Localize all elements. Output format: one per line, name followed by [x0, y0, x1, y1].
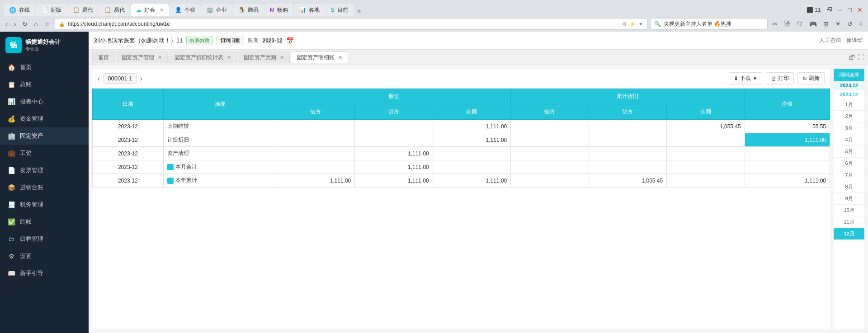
tab-asset-detail[interactable]: 固定资产明细账 ✕ [291, 52, 348, 63]
scissors-icon[interactable]: ✂ [770, 19, 779, 28]
payroll-icon: 💼 [7, 149, 15, 157]
sidebar-item-stock[interactable]: 📦 进销台账 [0, 179, 89, 196]
month-item-2[interactable]: 2月 [834, 111, 864, 122]
browser-tab-3[interactable]: 📋 易代 [67, 4, 99, 16]
table-row: 2023-12 计提折旧 1,111.00 1,111.00 [93, 133, 830, 147]
tab-cat-close[interactable]: ✕ [280, 55, 284, 61]
translate-button[interactable]: 译 [782, 19, 792, 29]
tab-home[interactable]: 首页 [92, 52, 115, 63]
ssl-icon: 🔒 [59, 21, 65, 27]
shield-button[interactable]: 🛡 [795, 19, 805, 28]
tab-label-9: 畅购 [277, 6, 288, 14]
sidebar-label-home: 首页 [20, 63, 32, 71]
sidebar-label-payroll: 工资 [20, 149, 32, 157]
month-item-1[interactable]: 1月 [834, 99, 864, 111]
browser-tab-2[interactable]: 📄 新版 [36, 4, 67, 16]
cell-orig-credit [355, 120, 433, 133]
sidebar-item-archive[interactable]: 🗂 归档管理 [0, 230, 89, 248]
cell-acc-debit [511, 120, 589, 133]
print-button[interactable]: 🖨 打印 [766, 72, 794, 84]
month-item-3[interactable]: 3月 [834, 122, 864, 134]
tab-label-4: 易代 [114, 6, 125, 14]
browser-tab-4[interactable]: 📋 易代 [99, 4, 130, 16]
sidebar-item-home[interactable]: 🏠 首页 [0, 59, 89, 76]
maximize-button[interactable]: □ [846, 5, 854, 14]
brightness-button[interactable]: ☀ [833, 19, 843, 28]
sidebar-label-assets: 固定资产 [20, 132, 43, 140]
restore-panel-button[interactable]: 🗗 [849, 54, 855, 61]
tab-detail-close[interactable]: ✕ [338, 55, 342, 61]
browser-tab-11[interactable]: S 目前 [326, 4, 354, 16]
close-window-button[interactable]: ✕ [855, 5, 864, 14]
browser-tab-1[interactable]: 🌐 在线 [4, 4, 35, 16]
sidebar-item-tax[interactable]: 🧾 税务管理 [0, 196, 89, 213]
browser-tab-6[interactable]: 👤 个税 [170, 4, 201, 16]
month-item-12[interactable]: 12月 [834, 228, 864, 240]
bookmark-button[interactable]: ☆ [42, 19, 52, 28]
reload-button[interactable]: ↻ [20, 19, 29, 28]
sidebar-item-ledger[interactable]: 📋 总账 [0, 76, 89, 93]
minimize-button[interactable]: ─ [836, 5, 844, 14]
tab-dep-table-close[interactable]: ✕ [227, 55, 231, 61]
next-record-button[interactable]: › [140, 75, 142, 83]
tab-asset-mgmt-close[interactable]: ✕ [158, 55, 162, 61]
forward-button[interactable]: › [12, 19, 18, 28]
sidebar-item-funds[interactable]: 💰 资金管理 [0, 110, 89, 127]
month-item-5[interactable]: 5月 [834, 146, 864, 158]
undo-button[interactable]: ↺ [845, 19, 854, 28]
browser-tab-9[interactable]: M 畅购 [264, 4, 293, 16]
tab-overflow-button[interactable]: ⬛ 11 [805, 6, 823, 14]
tab-asset-category[interactable]: 固定资产类别 ✕ [238, 52, 290, 63]
cell-acc-balance [667, 147, 745, 160]
tab-asset-mgmt[interactable]: 固定资产管理 ✕ [116, 52, 168, 63]
period-year-2[interactable]: 2023.12 [834, 90, 864, 99]
restore-window-button[interactable]: 🗗 [825, 5, 835, 14]
logo-subtitle: 专业版 [25, 46, 61, 52]
menu-button[interactable]: ≡ [857, 19, 864, 28]
download-button[interactable]: ⬇ 下载 ▼ [729, 72, 762, 84]
maximize-panel-button[interactable]: ⛶ [858, 54, 864, 61]
sidebar-item-assets[interactable]: 🏢 固定资产 [0, 127, 89, 145]
month-item-8[interactable]: 8月 [834, 181, 864, 193]
prev-record-button[interactable]: ‹ [98, 75, 100, 83]
month-item-11[interactable]: 11月 [834, 216, 864, 228]
tab-label-3: 易代 [82, 6, 93, 14]
version-switch-button[interactable]: 切到旧版 [216, 36, 244, 45]
sidebar-item-settings[interactable]: ⚙ 设置 [0, 248, 89, 265]
browser-tab-5[interactable]: ☁ 好会 ✕ [131, 4, 169, 16]
month-item-7[interactable]: 7月 [834, 169, 864, 181]
sidebar-label-tax: 税务管理 [20, 201, 43, 209]
cell-summary: 本月合计 [163, 160, 277, 174]
sidebar-item-reports[interactable]: 📊 报表中心 [0, 93, 89, 110]
month-item-4[interactable]: 4月 [834, 134, 864, 146]
user-name[interactable]: 徐译华 [846, 37, 863, 44]
calendar-icon[interactable]: 📅 [286, 37, 294, 44]
search-text[interactable]: 央视更新主持人名单 🔥热搜 [664, 20, 731, 28]
grid-button[interactable]: ⊞ [821, 19, 830, 28]
back-button[interactable]: ‹ [4, 19, 9, 28]
cell-summary: 资产清理 [163, 147, 277, 160]
tab-close-5[interactable]: ✕ [160, 7, 164, 13]
new-tab-button[interactable]: + [354, 7, 364, 16]
support-btn[interactable]: 人工咨询 [819, 37, 841, 44]
browser-tab-7[interactable]: 🏢 企业 [201, 4, 232, 16]
tab-depreciation-table[interactable]: 固定资产折旧统计表 ✕ [169, 52, 237, 63]
sidebar-item-invoice[interactable]: 📄 发票管理 [0, 162, 89, 179]
browser-tab-8[interactable]: 🐧 腾讯 [233, 4, 264, 16]
address-text[interactable]: https://cloud.chanjet.com/accounting/uw1… [68, 21, 619, 27]
sidebar-item-payroll[interactable]: 💼 工资 [0, 145, 89, 162]
game-button[interactable]: 🎮 [807, 19, 819, 28]
refresh-button[interactable]: ↻ 刷新 [797, 72, 825, 84]
dropdown-arrow[interactable]: ▼ [753, 76, 757, 81]
col-net: 净值 [745, 89, 830, 120]
month-item-10[interactable]: 10月 [834, 205, 864, 216]
table-row: 2023-12 资产清理 1,111.00 [93, 147, 830, 160]
month-item-9[interactable]: 9月 [834, 193, 864, 205]
month-item-6[interactable]: 6月 [834, 158, 864, 169]
period-year-1[interactable]: 2023.12 [834, 81, 864, 90]
sidebar-item-guide[interactable]: 📖 新手引导 [0, 265, 89, 282]
browser-tab-10[interactable]: 📊 各地 [294, 4, 325, 16]
dropdown-icon[interactable]: ▼ [638, 21, 643, 27]
home-button[interactable]: ⌂ [32, 19, 39, 28]
sidebar-item-close[interactable]: ✅ 结账 [0, 213, 89, 230]
